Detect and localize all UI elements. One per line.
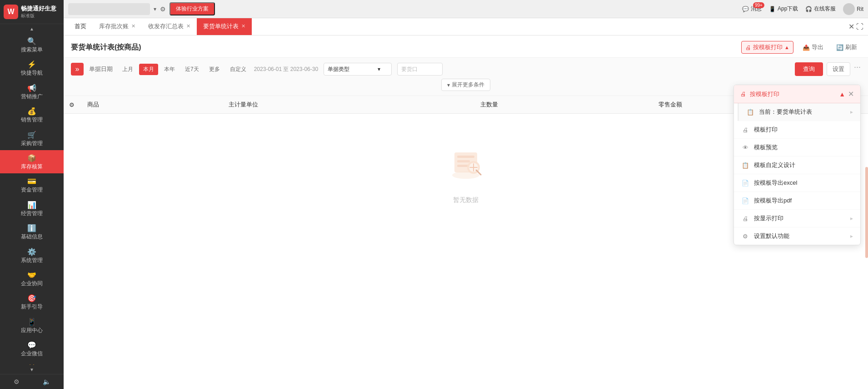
current-template-label: 当前：要货单统计表	[759, 108, 812, 116]
sidebar-item-search[interactable]: 🔍 搜索菜单	[0, 33, 64, 56]
display-print-label: 按显示打印	[754, 214, 783, 222]
system-icon: ⚙️	[27, 248, 36, 256]
page-content: 要货单统计表(按商品) 🖨 按模板打印 ▲ 📤 导出 🔄 刷新	[64, 35, 868, 389]
app-version: 标准版	[21, 13, 56, 19]
online-service-btn[interactable]: 🎧 在线客服	[805, 5, 836, 13]
window-maximize-btn[interactable]: ⛶	[856, 23, 863, 31]
export-excel-label: 按模板导出excel	[754, 179, 797, 187]
tab-order-summary[interactable]: 要货单统计表 ✕	[197, 18, 252, 35]
tab-close-receivable[interactable]: ✕	[186, 23, 190, 29]
settings-btn[interactable]: 设置	[827, 62, 850, 76]
dropdown-template-print[interactable]: 🖨 模板打印	[734, 121, 860, 139]
dropdown-set-default[interactable]: ⚙ 设置默认功能 ▸	[734, 227, 860, 245]
sidebar-item-inventory[interactable]: 📦 库存核算	[0, 150, 64, 173]
window-close-btn[interactable]: ✕	[848, 22, 854, 31]
dropdown-template-preview[interactable]: 👁 模板预览	[734, 139, 860, 157]
sidebar-item-marketing[interactable]: 📢 营销推广	[0, 80, 64, 103]
sidebar-item-collab[interactable]: 🤝 企业协同	[0, 267, 64, 290]
app-name: 畅捷通好生意	[21, 5, 56, 13]
empty-icon	[445, 141, 486, 191]
sidebar-item-system[interactable]: ⚙️ 系统管理	[0, 244, 64, 267]
query-btn[interactable]: 查询	[795, 62, 823, 76]
export-icon: 📤	[803, 44, 810, 51]
sidebar-item-sales[interactable]: 💰 销售管理	[0, 103, 64, 126]
tab-close-inventory-batch[interactable]: ✕	[131, 23, 135, 29]
right-scrollbar[interactable]	[865, 167, 868, 258]
dropdown-template-custom[interactable]: 📋 模板自定义设计	[734, 157, 860, 174]
sidebar-scroll-down[interactable]: ▼	[0, 365, 64, 374]
set-default-chevron-icon: ▸	[850, 233, 853, 239]
goods-filter-input[interactable]: 要货口	[397, 63, 443, 76]
apps-icon: 📱	[27, 318, 36, 326]
template-custom-label: 模板自定义设计	[754, 161, 795, 169]
current-template-chevron-icon: ▸	[850, 109, 853, 115]
topbar: ▾ ⚙ 体验行业方案 💬 消息 99+ 📱 App下载 🎧 在线客服 Rit	[64, 0, 868, 18]
tab-inventory-batch[interactable]: 库存批次账 ✕	[93, 18, 142, 35]
order-summary-label: 要货单统计表	[203, 22, 239, 30]
date-btn-last-month[interactable]: 上月	[118, 64, 137, 75]
date-group: 上月 本月 本年 近7天 更多 自定义 2023-06-01 至 2023-06…	[118, 64, 318, 75]
dropdown-close-icon[interactable]: ✕	[848, 90, 854, 98]
filter-expand-btn[interactable]: »	[71, 63, 84, 76]
dropdown-current-template[interactable]: 📋 当前：要货单统计表 ▸	[738, 103, 860, 121]
date-btn-custom[interactable]: 自定义	[226, 64, 250, 75]
sidebar-item-operations[interactable]: 📊 经营管理	[0, 197, 64, 220]
set-default-icon: ⚙	[741, 233, 749, 240]
sidebar-item-wechat[interactable]: 💬 企业微信	[0, 337, 64, 360]
user-menu[interactable]: Rit	[843, 3, 863, 15]
dropdown-export-pdf[interactable]: 📄 按模板导出pdf	[734, 192, 860, 210]
volume-icon[interactable]: 🔈	[43, 378, 50, 385]
message-icon: 💬	[742, 6, 749, 12]
page-actions: 🖨 按模板打印 ▲ 📤 导出 🔄 刷新	[741, 41, 861, 54]
sidebar-logo: W 畅捷通好生意 标准版	[0, 0, 64, 24]
sidebar-item-basic[interactable]: ℹ️ 基础信息	[0, 220, 64, 243]
date-btn-7days[interactable]: 近7天	[181, 64, 203, 75]
app-download-btn[interactable]: 📱 App下载	[769, 5, 798, 13]
sidebar-scroll-up[interactable]: ▲	[0, 24, 64, 33]
message-btn[interactable]: 💬 消息 99+	[742, 5, 762, 13]
order-type-chevron-icon: ▾	[378, 66, 380, 72]
print-chevron-up-icon[interactable]: ▲	[784, 45, 789, 50]
member-icon: 👑	[27, 364, 36, 365]
date-btn-this-month[interactable]: 本月	[139, 64, 158, 75]
column-settings-icon[interactable]: ⚙	[69, 101, 75, 108]
settings-icon[interactable]: ⚙	[14, 378, 20, 385]
dropdown-display-print[interactable]: 🖨 按显示打印 ▸	[734, 210, 860, 227]
sidebar-item-quick-nav[interactable]: ⚡ 快捷导航	[0, 56, 64, 80]
topbar-right: 💬 消息 99+ 📱 App下载 🎧 在线客服 Rit	[742, 3, 863, 15]
sidebar-item-member[interactable]: 👑 畅会员	[0, 360, 64, 365]
date-btn-more[interactable]: 更多	[205, 64, 224, 75]
order-type-select[interactable]: 单据类型 ▾	[324, 63, 392, 76]
tab-home[interactable]: 首页	[68, 18, 93, 35]
set-default-label: 设置默认功能	[754, 232, 789, 240]
tab-close-order-summary[interactable]: ✕	[241, 23, 245, 29]
topbar-gear-icon[interactable]: ⚙	[160, 5, 166, 13]
tabbar: 首页 库存批次账 ✕ 收发存汇总表 ✕ 要货单统计表 ✕ ✕ ⛶	[64, 18, 868, 35]
operations-icon: 📊	[27, 201, 36, 209]
sales-icon: 💰	[27, 107, 36, 116]
sidebar-item-finance[interactable]: 💳 资金管理	[0, 173, 64, 197]
trial-btn[interactable]: 体验行业方案	[170, 2, 215, 15]
expand-chevron-icon: ▾	[447, 82, 450, 88]
export-excel-icon: 📄	[741, 180, 749, 187]
topbar-search[interactable]	[68, 3, 150, 15]
tab-receivable-summary[interactable]: 收发存汇总表 ✕	[142, 18, 197, 35]
sidebar-item-apps[interactable]: 📱 应用中心	[0, 314, 64, 337]
dropdown-up-icon[interactable]: ▲	[839, 91, 845, 98]
print-template-btn[interactable]: 🖨 按模板打印 ▲	[741, 41, 793, 54]
svg-rect-3	[457, 160, 470, 162]
printer-icon: 🖨	[745, 44, 751, 51]
expand-more-btn[interactable]: ▾ 展开更多条件	[441, 79, 490, 91]
export-btn[interactable]: 📤 导出	[799, 41, 827, 53]
home-label: 首页	[75, 22, 86, 30]
sidebar-item-guide[interactable]: 🎯 新手引导	[0, 290, 64, 313]
dropdown-export-excel[interactable]: 📄 按模板导出excel	[734, 174, 860, 192]
headset-icon: 🎧	[805, 6, 812, 12]
expand-more-label: 展开更多条件	[452, 81, 484, 89]
date-btn-this-year[interactable]: 本年	[160, 64, 179, 75]
sidebar-bottom: ⚙ 🔈	[0, 374, 64, 389]
refresh-btn[interactable]: 🔄 刷新	[833, 41, 861, 53]
topbar-chevron-icon[interactable]: ▾	[154, 6, 156, 12]
sidebar-item-purchase[interactable]: 🛒 采购管理	[0, 127, 64, 150]
more-options-icon[interactable]: ···	[854, 62, 861, 76]
